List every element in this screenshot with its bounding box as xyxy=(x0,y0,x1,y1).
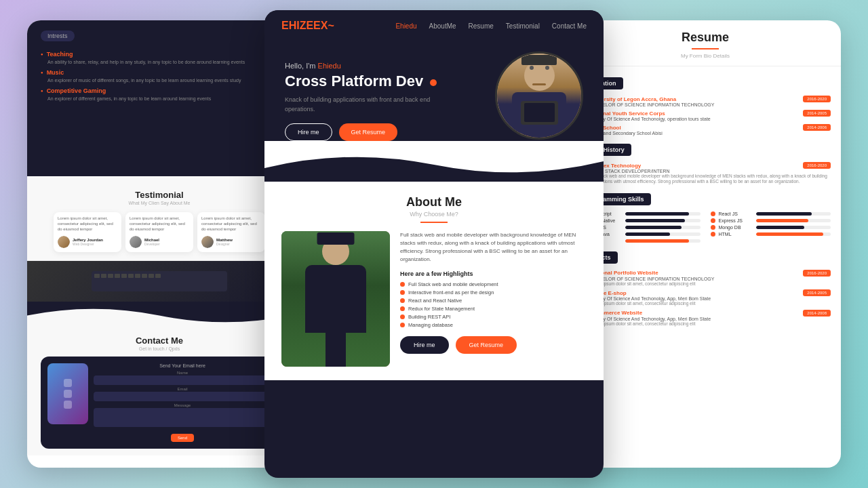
project-badge-1: 2014-2005 xyxy=(803,289,831,296)
email-field[interactable] xyxy=(94,392,271,401)
highlight-1: Interactive front-end as per the design xyxy=(400,289,587,296)
about-description: Full stack web and mobile developer with… xyxy=(400,231,587,264)
hero-title: Cross Platform Dev xyxy=(285,73,495,90)
edu-content-2: High School 2014-2006 Command Secondary … xyxy=(589,124,831,136)
logo: EHIZEEX~ xyxy=(281,20,395,32)
message-field[interactable] xyxy=(94,408,271,427)
highlight-dot-3 xyxy=(400,306,405,311)
interest-gaming-desc: An explorer of different games, in any t… xyxy=(41,96,278,102)
highlight-3: Redux for State Management xyxy=(400,306,587,312)
interest-music-desc: An explorer of music of different songs,… xyxy=(41,77,278,83)
interest-music-title: Music xyxy=(41,69,278,76)
highlight-text-0: Full Stack web and mobile development xyxy=(408,281,498,287)
testimonial-card-2: Lorem ipsum dolor sit amet, consectetur … xyxy=(197,212,265,252)
project-subtitle-0: BACHELOR OF SCIENCE INFORMATION TECHNOLO… xyxy=(589,277,831,281)
about-buttons: Hire me Get Resume xyxy=(400,336,587,354)
about-title: About Me xyxy=(281,195,587,209)
edu-badge-0: 2016-2020 xyxy=(803,96,831,102)
hero-text: Hello, I'm Ehiedu Cross Platform Dev Kna… xyxy=(285,55,495,141)
interest-teaching-title: Teaching xyxy=(41,51,278,58)
skill-bar-fill-ejs xyxy=(756,219,808,222)
skill-name-rjs: React JS xyxy=(719,211,753,216)
nav-link-aboutme[interactable]: AboutMe xyxy=(429,22,456,30)
hire-me-button[interactable]: Hire me xyxy=(285,123,332,141)
project-subtitle-1: Ministry Of Science And Techonolgy, App,… xyxy=(589,296,831,301)
highlight-text-2: React and React Native xyxy=(408,298,462,304)
avatar-2 xyxy=(201,236,214,248)
skill-row-html: HTML xyxy=(711,232,831,237)
nav-link-testimonial[interactable]: Testimonial xyxy=(506,22,540,30)
highlight-text-1: Interactive front-end as per the design xyxy=(408,289,494,296)
interest-teaching-desc: An ability to share, relay, and help in … xyxy=(41,59,278,65)
email-label: Email xyxy=(94,387,271,391)
nav-link-contact[interactable]: Contact Me xyxy=(552,22,587,30)
name-label: Name xyxy=(94,371,271,375)
highlight-text-4: Building REST API xyxy=(408,314,450,320)
testimonial-person-2: Matthew Designer xyxy=(201,236,261,248)
interest-gaming-title: Competitive Gaming xyxy=(41,87,278,94)
name-field[interactable] xyxy=(94,375,271,385)
skill-dot-rjs xyxy=(711,211,715,216)
center-card: EHIZEEX~ Ehiedu AboutMe Resume Testimoni… xyxy=(264,10,604,478)
skill-dot-mdb xyxy=(711,225,715,230)
avatar-0 xyxy=(58,236,70,248)
testimonial-role-0: Web Designer xyxy=(73,242,103,246)
hero-section: Hello, I'm Ehiedu Cross Platform Dev Kna… xyxy=(264,41,604,141)
hero-desc: Knack of building applications with fron… xyxy=(285,96,441,114)
project-row-1: Mobile E-shop 2014-2005 xyxy=(589,289,831,296)
about-hire-button[interactable]: Hire me xyxy=(400,336,449,354)
project-item-2: Ecommerce Website 2014-2008 Ministry Of … xyxy=(580,310,831,327)
highlight-2: React and React Native xyxy=(400,298,587,304)
about-image xyxy=(281,231,390,367)
project-desc-1: Lorem ipsum dolor sit amet, consectetur … xyxy=(589,301,831,306)
resume-title: Resume xyxy=(583,30,827,45)
skill-dot-html xyxy=(711,232,715,237)
testimonial-card-0: Lorem ipsum dolor sit amet, consectetur … xyxy=(54,212,121,252)
work-desc-0: Full stack web and mobile developer with… xyxy=(589,174,831,185)
skill-mongodb: Mongo DB xyxy=(711,225,831,230)
testimonial-section: Testimonial What My Clien Say About Me L… xyxy=(27,182,292,261)
wave-divider xyxy=(264,141,604,182)
testimonial-title: Testimonial xyxy=(41,190,278,200)
nav-link-resume[interactable]: Resume xyxy=(469,22,494,30)
project-content-0: Personal Portfolio Website 2016-2020 BAC… xyxy=(589,270,831,287)
testimonial-text-2: Lorem ipsum dolor sit amet, consectetur … xyxy=(201,216,261,232)
contact-title: Contact Me xyxy=(41,336,278,346)
skill-name-ejs: Express JS xyxy=(719,218,753,223)
highlight-5: Managing database xyxy=(400,322,587,328)
skill-row-rjs: React JS xyxy=(711,211,831,216)
project-content-2: Ecommerce Website 2014-2008 Ministry Of … xyxy=(589,310,831,327)
skill-bar-fill-rjs xyxy=(756,212,812,216)
avatar-1 xyxy=(130,236,142,248)
hello-text: Hello, I'm Ehiedu xyxy=(285,62,495,70)
get-resume-button[interactable]: Get Resume xyxy=(339,123,398,141)
edu-subtitle-0: BACHELOR OF SCIENCE INFORMATION TECHNOLO… xyxy=(589,102,831,107)
form-title: Send Your Email here xyxy=(94,363,271,368)
project-desc-0: Lorem ipsum dolor sit amet, consectetur … xyxy=(589,281,831,287)
skill-bar-bg-html xyxy=(756,232,831,236)
highlight-dot-2 xyxy=(400,298,405,303)
edu-badge-1: 2014-2005 xyxy=(803,110,831,117)
left-card: Intrests Teaching An ability to share, r… xyxy=(27,20,292,468)
highlight-dot-1 xyxy=(400,290,405,295)
testimonial-text-1: Lorem ipsum dolor sit amet, consectetur … xyxy=(130,216,189,232)
contact-sub: Get in touch / Qpds xyxy=(41,346,278,351)
skill-bar-bg-mdb xyxy=(756,226,831,229)
skills-grid: Java Script React JS Rea xyxy=(580,211,831,243)
skill-bar-fill-css xyxy=(625,239,689,243)
skill-bar-bg-rjs xyxy=(756,212,831,216)
skill-bar-bg-css xyxy=(625,239,701,243)
social-icon-1 xyxy=(64,379,72,387)
work-item-0: Ehizeex Technology 2016-2020 FULL - STAC… xyxy=(580,162,831,185)
project-badge-0: 2016-2020 xyxy=(803,270,831,277)
nav-link-ehiedu[interactable]: Ehiedu xyxy=(395,22,416,30)
navbar: EHIZEEX~ Ehiedu AboutMe Resume Testimoni… xyxy=(264,10,604,41)
about-resume-button[interactable]: Get Resume xyxy=(456,336,517,354)
contact-section: Contact Me Get in touch / Qpds Send Your… xyxy=(27,329,292,455)
skill-expressjs: Express JS xyxy=(711,218,831,223)
get-in-touch-box: Send Your Email here Name Email Message … xyxy=(41,357,278,449)
edu-subtitle-1: Ministry Of Science And Techonolgy, oper… xyxy=(589,117,831,121)
skill-bar-fill-js xyxy=(625,212,689,216)
testimonial-person-1: Michael Developer xyxy=(130,236,189,248)
submit-button[interactable]: Send xyxy=(171,434,194,442)
